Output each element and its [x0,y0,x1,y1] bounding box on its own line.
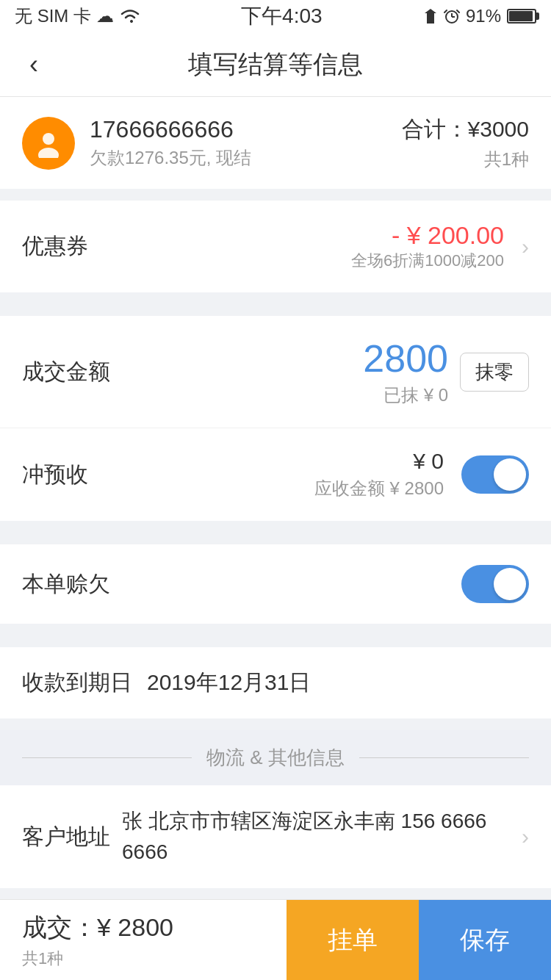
total-amount: 合计：¥3000 [402,115,529,145]
total-count: 共1种 [402,148,529,171]
round-zero-button[interactable]: 抹零 [460,353,529,392]
customer-sub: 欠款1276.35元, 现结 [90,146,251,170]
deal-section: 成交金额 2800 已抹 ¥ 0 抹零 冲预收 ¥ 0 应收金额 ¥ 2800 [0,316,551,521]
nav-title: 填写结算等信息 [188,48,363,82]
section-gap-1 [0,304,551,316]
bottom-deal-label: 成交： [22,913,97,941]
deal-amount-row: 成交金额 2800 已抹 ¥ 0 抹零 [0,316,551,428]
pre-receive-sub: 应收金额 ¥ 2800 [314,477,444,500]
bottom-deal-info: 成交：¥ 2800 [22,911,264,945]
back-button[interactable]: ‹ [22,42,46,87]
content-area: 17666666666 欠款1276.35元, 现结 合计：¥3000 共1种 … [0,97,551,980]
coupon-label: 优惠券 [22,231,88,262]
coupon-desc: 全场6折满1000减200 [351,250,504,272]
pre-receive-amount: ¥ 0 [314,449,444,474]
address-chevron-icon: › [522,824,529,849]
coupon-amount: - ¥ 200.00 [351,221,504,250]
chevron-right-icon: › [522,234,529,259]
bottom-bar: 成交：¥ 2800 共1种 挂单 保存 [0,899,551,980]
customer-card: 17666666666 欠款1276.35元, 现结 合计：¥3000 共1种 [0,97,551,189]
deal-amount-value: 2800 [363,336,448,381]
debt-section: 本单赊欠 [0,544,551,624]
section-gap-4 [0,718,551,730]
status-time: 下午4:03 [241,2,323,30]
customer-right: 合计：¥3000 共1种 [402,115,529,171]
svg-point-3 [43,133,54,145]
pre-receive-label: 冲预收 [22,460,88,490]
battery-icon [507,9,536,24]
section-gap-3 [0,635,551,647]
logistics-label: 物流 & 其他信息 [206,745,345,771]
pre-receive-row: 冲预收 ¥ 0 应收金额 ¥ 2800 [0,428,551,521]
section-gap-2 [0,533,551,544]
due-date-label: 收款到期日 [22,668,132,698]
address-value: 张 北京市市辖区海淀区永丰南 156 6666 6666 [122,806,504,868]
debt-label: 本单赊欠 [22,569,110,599]
status-left: 无 SIM 卡 ☁ [15,4,140,28]
debt-toggle[interactable] [461,565,529,603]
bottom-count: 共1种 [22,948,264,970]
status-right: 91% [423,6,536,26]
deal-amount-sub: 已抹 ¥ 0 [363,383,448,407]
avatar [22,117,75,170]
save-button[interactable]: 保存 [419,900,551,981]
address-label: 客户地址 [22,822,110,852]
bottom-deal-amount: ¥ 2800 [97,913,173,941]
location-icon [423,7,438,25]
debt-toggle-knob [494,568,526,600]
deal-amount-right: 2800 已抹 ¥ 0 抹零 [363,336,529,407]
address-row[interactable]: 客户地址 张 北京市市辖区海淀区永丰南 156 6666 6666 › [0,785,551,888]
sim-label: 无 SIM 卡 ☁ [15,4,114,28]
alarm-icon [444,7,460,25]
pre-receive-toggle[interactable] [461,455,529,494]
coupon-section: 优惠券 - ¥ 200.00 全场6折满1000减200 › [0,201,551,292]
svg-point-4 [38,148,59,158]
due-date-row: 收款到期日 2019年12月31日 [0,647,551,718]
status-bar: 无 SIM 卡 ☁ 下午4:03 91% [0,0,551,32]
coupon-row[interactable]: 优惠券 - ¥ 200.00 全场6折满1000减200 › [0,201,551,292]
debt-row: 本单赊欠 [0,544,551,624]
customer-phone: 17666666666 [90,116,251,143]
bottom-summary: 成交：¥ 2800 共1种 [0,911,287,970]
due-date-value: 2019年12月31日 [147,668,311,698]
nav-bar: ‹ 填写结算等信息 [0,32,551,97]
coupon-value: - ¥ 200.00 全场6折满1000减200 › [351,221,529,272]
wifi-icon [120,8,140,24]
hold-button[interactable]: 挂单 [287,900,419,981]
customer-left: 17666666666 欠款1276.35元, 现结 [22,116,251,170]
battery-percent: 91% [466,6,501,26]
toggle-knob [494,458,526,491]
pre-receive-right: ¥ 0 应收金额 ¥ 2800 [314,449,529,500]
logistics-divider: 物流 & 其他信息 [0,730,551,785]
customer-info: 17666666666 欠款1276.35元, 现结 [90,116,251,170]
deal-amount-label: 成交金额 [22,357,110,387]
